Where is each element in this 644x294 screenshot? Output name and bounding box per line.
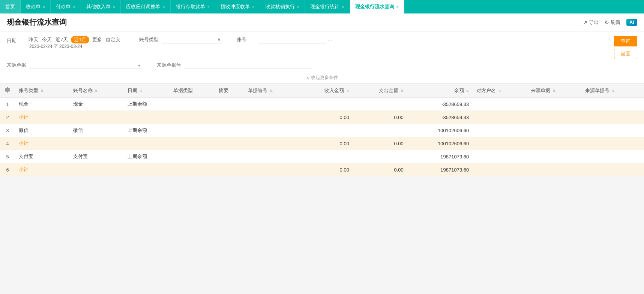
nav-verify[interactable]: 收款核销执行 ×	[260, 0, 305, 13]
table-row: 1现金现金上期余额-3528659.33	[0, 98, 644, 111]
col-account-name[interactable]: 账号名称 ⇅	[69, 84, 124, 98]
sort-icon: ⇅	[612, 89, 615, 93]
page-header: 现金银行流水查询 ↗ 导出 ↻ 刷新 Ai	[0, 13, 644, 31]
sort-icon: ⇅	[552, 89, 555, 93]
source-doc-select[interactable]	[29, 61, 142, 69]
table-row: 5支付宝支付宝上期余额19871073.60	[0, 150, 644, 163]
ai-button[interactable]: Ai	[626, 19, 637, 26]
source-doc-label: 来源单据	[7, 62, 26, 69]
col-source-doc[interactable]: 来源单据 ⇅	[527, 84, 581, 98]
top-nav: 首页 收款单 × 付款单 × 其他收入单 × 应收应付调整单 × 银行存取款单 …	[0, 0, 644, 13]
close-icon[interactable]: ×	[113, 4, 115, 9]
close-icon[interactable]: ×	[297, 4, 299, 9]
shortcut-today[interactable]: 今天	[41, 36, 53, 43]
close-icon[interactable]: ×	[396, 4, 399, 9]
nav-receipt[interactable]: 收款单 ×	[21, 0, 51, 13]
export-icon: ↗	[583, 19, 587, 25]
sort-icon: ⇅	[346, 89, 349, 93]
date-shortcuts: 昨天 今天 近7天 近1月 更多 自定义	[28, 36, 121, 43]
account-input[interactable]	[258, 36, 326, 43]
account-type-select-wrapper: ▾	[162, 36, 222, 43]
refresh-button[interactable]: ↻ 刷新	[605, 19, 620, 26]
close-icon[interactable]: ×	[162, 4, 165, 9]
header-actions: ↗ 导出 ↻ 刷新 Ai	[583, 19, 637, 26]
sort-icon: ⇅	[41, 89, 44, 93]
table-row: 4小计0.000.00100102606.60	[0, 137, 644, 150]
filter-area: 日期 昨天 今天 近7天 近1月 更多 自定义 2023-02-24 至 202…	[0, 31, 644, 72]
nav-payment[interactable]: 付款单 ×	[51, 0, 81, 13]
shortcut-yesterday[interactable]: 昨天	[28, 36, 39, 43]
col-expense[interactable]: 支出金额 ⇅	[353, 84, 407, 98]
date-range-display: 2023-02-24 至 2023-03-24	[29, 43, 124, 50]
col-gear[interactable]	[0, 84, 15, 98]
nav-other-income[interactable]: 其他收入单 ×	[81, 0, 121, 13]
col-summary[interactable]: 摘要	[215, 84, 244, 98]
table-row: 6小计0.000.0019871073.60	[0, 163, 644, 176]
table-row: 2小计0.000.00-3528659.33	[0, 111, 644, 124]
col-balance[interactable]: 余额 ⇅	[407, 84, 473, 98]
sort-icon: ⇅	[466, 89, 469, 93]
action-buttons: 查询 设置	[614, 36, 637, 59]
gear-icon	[5, 87, 11, 93]
page-title: 现金银行流水查询	[7, 17, 67, 27]
export-button[interactable]: ↗ 导出	[583, 19, 599, 26]
sort-icon: ⇅	[139, 89, 142, 93]
nav-home[interactable]: 首页	[0, 0, 21, 13]
nav-adjustment[interactable]: 应收应付调整单 ×	[121, 0, 170, 13]
account-label: 账号	[237, 36, 255, 43]
collapse-button[interactable]: ∧ 收起更多条件	[306, 75, 338, 81]
settings-button[interactable]: 设置	[614, 49, 637, 59]
chevron-up-icon: ∧	[306, 75, 309, 81]
table-head: 账号类型 ⇅ 账号名称 ⇅ 日期 ⇅ 单据类型 摘要 单据编	[0, 84, 644, 98]
col-date[interactable]: 日期 ⇅	[124, 84, 170, 98]
data-table: 账号类型 ⇅ 账号名称 ⇅ 日期 ⇅ 单据类型 摘要 单据编	[0, 84, 644, 176]
col-income[interactable]: 收入金额 ⇅	[299, 84, 353, 98]
date-filter-block: 昨天 今天 近7天 近1月 更多 自定义 2023-02-24 至 2023-0…	[28, 36, 124, 50]
sort-icon: ⇅	[95, 89, 98, 93]
col-account-type[interactable]: 账号类型 ⇅	[15, 84, 69, 98]
col-source-doc-no[interactable]: 来源单据号 ⇅	[581, 84, 644, 98]
col-doc-type[interactable]: 单据类型	[170, 84, 215, 98]
close-icon[interactable]: ×	[43, 4, 45, 9]
close-icon[interactable]: ×	[252, 4, 254, 9]
source-doc-no-input[interactable]	[184, 61, 312, 69]
close-icon[interactable]: ×	[342, 4, 344, 9]
sort-icon: ⇅	[498, 89, 501, 93]
sort-icon: ⇅	[270, 89, 273, 93]
close-icon[interactable]: ×	[73, 4, 75, 9]
account-more-icon[interactable]: ···	[327, 37, 332, 43]
account-type-select[interactable]	[162, 36, 222, 43]
table-row: 3微信微信上期余额100102606.60	[0, 124, 644, 137]
close-icon[interactable]: ×	[207, 4, 210, 9]
shortcut-7days[interactable]: 近7天	[55, 36, 69, 43]
col-doc-no[interactable]: 单据编号 ⇅	[244, 84, 299, 98]
nav-cash-stat[interactable]: 现金银行统计 ×	[305, 0, 350, 13]
nav-prepay[interactable]: 预收冲应收单 ×	[215, 0, 260, 13]
col-counterpart[interactable]: 对方户名 ⇅	[473, 84, 527, 98]
query-button[interactable]: 查询	[614, 36, 637, 46]
source-doc-no-label: 来源单据号	[157, 62, 181, 69]
nav-cash-flow[interactable]: 现金银行流水查询 ×	[350, 0, 404, 13]
sort-icon: ⇅	[401, 89, 404, 93]
date-label: 日期	[7, 37, 26, 44]
shortcut-custom[interactable]: 自定义	[105, 36, 121, 43]
collapse-row: ∧ 收起更多条件	[0, 72, 644, 84]
account-type-label: 账号类型	[139, 36, 159, 43]
shortcut-1month[interactable]: 近1月	[71, 36, 89, 43]
nav-bank-deposit[interactable]: 银行存取款单 ×	[171, 0, 215, 13]
shortcut-more[interactable]: 更多	[92, 36, 103, 43]
refresh-icon: ↻	[605, 19, 609, 25]
table-wrapper: 账号类型 ⇅ 账号名称 ⇅ 日期 ⇅ 单据类型 摘要 单据编	[0, 84, 644, 176]
table-body: 1现金现金上期余额-3528659.332小计0.000.00-3528659.…	[0, 98, 644, 176]
